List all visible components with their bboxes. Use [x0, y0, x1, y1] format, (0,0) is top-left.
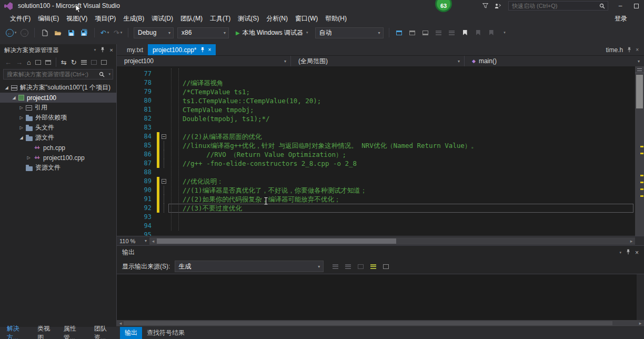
find-in-files-icon[interactable]: [394, 27, 405, 38]
twisty-collapsed-icon[interactable]: ▷: [18, 125, 25, 130]
menu-item[interactable]: 工具(T): [206, 12, 234, 25]
toggle-word-wrap-icon[interactable]: [383, 264, 389, 269]
code-line-92[interactable]: 92//(3)不要过度优化: [117, 204, 635, 213]
sync-with-active-document-icon[interactable]: ⇆: [61, 58, 67, 66]
sign-in-button[interactable]: 登录: [615, 14, 627, 23]
collapse-region-icon[interactable]: −: [162, 179, 166, 184]
panel-tab[interactable]: 输出: [120, 327, 142, 339]
zoom-select[interactable]: 110 %▾: [117, 238, 149, 244]
quick-launch-input[interactable]: [509, 3, 597, 9]
code-line-82[interactable]: 82Double(tmpobj, ts1);*/: [117, 114, 635, 123]
code-line-93[interactable]: 93: [117, 213, 635, 222]
search-icon[interactable]: [97, 72, 106, 77]
scroll-right-icon[interactable]: ▸: [628, 238, 635, 244]
menu-item[interactable]: 文件(F): [6, 12, 34, 25]
solution-platform-select[interactable]: x86▾: [177, 27, 229, 38]
tree-item[interactable]: ◢project100: [0, 93, 116, 103]
code-line-90[interactable]: 90//(1)编译器是否真优化了，不好说，你要做各种测试才知道；: [117, 186, 635, 195]
scope-dropdown[interactable]: (全局范围)▾: [291, 56, 465, 66]
code-line-77[interactable]: 77: [117, 69, 635, 78]
code-line-80[interactable]: 80ts1.CTempValue::CTempValue(10, 20);: [117, 96, 635, 105]
search-icon[interactable]: [597, 3, 607, 9]
tree-item[interactable]: ▷外部依赖项: [0, 113, 116, 123]
code-line-87[interactable]: 87//g++ -fno-elide-constructors 2_8.cpp …: [117, 159, 635, 168]
code-editor[interactable]: 7778//编译器视角79/*CTempValue ts1;80ts1.CTem…: [117, 66, 644, 236]
output-content[interactable]: [117, 274, 644, 320]
solution-search-input[interactable]: [4, 71, 95, 77]
close-icon[interactable]: ×: [635, 249, 639, 256]
tree-item[interactable]: ++pch.cpp: [0, 143, 116, 153]
editor-tab[interactable]: project100.cpp*×: [148, 44, 216, 55]
window-position-icon[interactable]: ▾: [94, 48, 96, 52]
toolbar-options-button[interactable]: ▾: [499, 27, 510, 38]
twisty-collapsed-icon[interactable]: ▷: [18, 105, 25, 110]
tree-item[interactable]: ▷++project100.cpp: [0, 153, 116, 163]
split-window-icon[interactable]: [407, 27, 418, 38]
close-icon[interactable]: ×: [109, 47, 113, 53]
previous-message-icon[interactable]: [333, 264, 338, 269]
save-all-button[interactable]: [78, 27, 90, 38]
twisty-collapsed-icon[interactable]: ▷: [18, 115, 25, 120]
twisty-expanded-icon[interactable]: ◢: [18, 135, 25, 140]
attach-mode-select[interactable]: 自动▾: [315, 27, 384, 38]
switch-views-icon[interactable]: [35, 60, 41, 65]
output-source-select[interactable]: 生成▾: [175, 261, 324, 272]
filter-feedback-icon[interactable]: [479, 3, 491, 8]
code-line-84[interactable]: 84−//(2)从编译器层面的优化: [117, 132, 635, 141]
scrollbar-thumb[interactable]: [636, 75, 643, 108]
pin-icon[interactable]: [200, 47, 205, 53]
window-position-icon[interactable]: ▾: [619, 251, 621, 255]
previous-bookmark-icon[interactable]: [472, 27, 484, 38]
code-line-78[interactable]: 78//编译器视角: [117, 78, 635, 87]
undo-button[interactable]: ↶▾: [99, 27, 110, 38]
solution-search-box[interactable]: ▾: [3, 69, 113, 79]
collapse-all-icon[interactable]: [81, 60, 87, 65]
code-line-94[interactable]: 94: [117, 222, 635, 231]
scrollbar-thumb[interactable]: [157, 238, 396, 244]
code-line-79[interactable]: 79/*CTempValue ts1;: [117, 87, 635, 96]
next-bookmark-icon[interactable]: [486, 27, 497, 38]
scroll-left-icon[interactable]: ◂: [117, 321, 124, 326]
scrollbar-thumb[interactable]: [124, 321, 612, 325]
tree-item[interactable]: ▷引用: [0, 103, 116, 113]
code-line-83[interactable]: 83: [117, 123, 635, 132]
tree-item[interactable]: ▷头文件: [0, 123, 116, 133]
explorer-back-icon[interactable]: ←: [5, 58, 12, 66]
navigate-backward-button[interactable]: ←▾: [5, 27, 17, 38]
code-line-85[interactable]: 85//linux编译器g++优化，针对 与返回临时对象这种情况。 NRV优化（…: [117, 141, 635, 150]
menu-item[interactable]: 分析(N): [263, 12, 291, 25]
go-to-message-icon[interactable]: [358, 264, 364, 269]
comment-lines-icon[interactable]: [433, 27, 445, 38]
home-icon[interactable]: ⌂: [27, 58, 31, 66]
menu-item[interactable]: 窗口(W): [291, 12, 321, 25]
properties-icon[interactable]: [101, 60, 107, 65]
panel-tab[interactable]: 类视图: [33, 327, 58, 339]
twisty-collapsed-icon[interactable]: ▷: [25, 155, 32, 160]
uncomment-lines-icon[interactable]: [446, 27, 458, 38]
output-vertical-scrollbar[interactable]: [637, 274, 644, 320]
navigate-forward-button[interactable]: →: [18, 27, 30, 38]
menu-item[interactable]: 团队(M): [177, 12, 206, 25]
code-line-95[interactable]: 95: [117, 231, 635, 236]
collapse-region-icon[interactable]: −: [162, 134, 166, 139]
output-horizontal-scrollbar[interactable]: ◂ ▸: [117, 320, 644, 326]
send-feedback-icon[interactable]: [491, 3, 504, 9]
code-line-88[interactable]: 88: [117, 168, 635, 177]
menu-item[interactable]: 调试(D): [148, 12, 177, 25]
pending-changes-filter-icon[interactable]: [45, 60, 51, 65]
menu-item[interactable]: 视图(V): [63, 12, 91, 25]
code-line-91[interactable]: 91//(2)如果你的代码很复杂，编译器可能放弃不优化；: [117, 195, 635, 204]
member-dropdown[interactable]: ◆main()▾: [465, 56, 644, 66]
panel-tab[interactable]: 查找符号结果: [142, 327, 189, 339]
pin-icon[interactable]: [100, 47, 105, 54]
new-file-button[interactable]: [39, 27, 51, 38]
menu-item[interactable]: 项目(P): [91, 12, 119, 25]
menu-item[interactable]: 生成(B): [119, 12, 148, 25]
tree-item[interactable]: ◢解决方案"solution100"(1 个项目): [0, 83, 116, 93]
open-file-button[interactable]: [52, 27, 64, 38]
menu-item[interactable]: 编辑(E): [34, 12, 63, 25]
maximize-button[interactable]: [628, 0, 644, 12]
explorer-forward-icon[interactable]: →: [16, 58, 23, 66]
code-line-86[interactable]: 86 //RVO （Return Value Optimization）;: [117, 150, 635, 159]
close-icon[interactable]: ×: [208, 47, 212, 53]
